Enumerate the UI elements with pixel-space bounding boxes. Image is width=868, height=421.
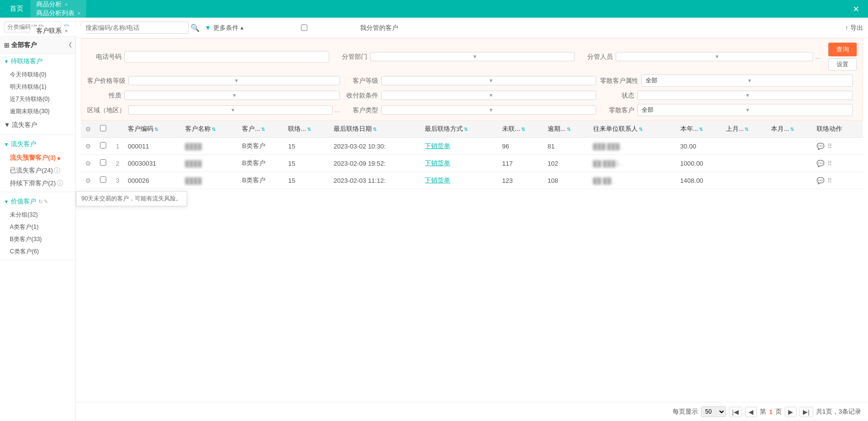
sidebar-item[interactable]: 持续下滑客户(2)ⓘ <box>0 177 75 190</box>
col-header-lastMethod[interactable]: 最后联络方式⇅ <box>422 121 499 138</box>
nav-home[interactable]: 首页 <box>4 0 29 18</box>
action-icon-1[interactable]: 💬 <box>817 143 824 150</box>
filter-select-1-2[interactable]: 全部▼ <box>641 74 853 87</box>
sidebar-item[interactable]: B类客户(33) <box>0 233 75 246</box>
my-customers-checkbox-label[interactable]: 我分管的客户 <box>250 24 398 32</box>
settings-icon[interactable]: ⚙ <box>85 125 91 133</box>
row-checkbox[interactable] <box>100 159 106 166</box>
my-customers-checkbox[interactable] <box>250 25 358 31</box>
last-method-link[interactable]: 下销货单 <box>425 142 450 149</box>
filter-select-1-1[interactable]: ▼ <box>381 76 597 85</box>
filter-select-2-0[interactable]: ▼ <box>124 91 340 100</box>
sort-icon[interactable]: ⇅ <box>639 126 643 132</box>
nav-tab[interactable]: 客户分层经营 × <box>30 18 86 26</box>
col-header-code[interactable]: 客户编码⇅ <box>125 121 182 138</box>
last-method-link[interactable]: 下销货单 <box>425 159 450 167</box>
first-page-button[interactable]: |◀ <box>729 407 742 417</box>
row-checkbox[interactable] <box>100 142 106 149</box>
col-header-thisMonth[interactable]: 本月...⇅ <box>768 121 814 138</box>
col-header-contact[interactable]: 联络...⇅ <box>285 121 331 138</box>
col-header-name[interactable]: 客户名称⇅ <box>182 121 240 138</box>
action-icon-2[interactable]: ⠿ <box>827 143 832 150</box>
last-method-link[interactable]: 下销货单 <box>425 176 450 184</box>
sidebar-item[interactable]: 逾期未联络(30) <box>0 105 75 118</box>
sidebar-item[interactable]: 近7天待联络(0) <box>0 93 75 105</box>
window-close-button[interactable]: ✕ <box>848 4 864 14</box>
sort-icon[interactable]: ⇅ <box>307 126 311 132</box>
filter-select-3-1[interactable]: ▼ <box>381 105 597 115</box>
row-checkbox-cell[interactable] <box>96 172 110 189</box>
sidebar-item[interactable]: 明天待联络(1) <box>0 81 75 93</box>
col-header-type[interactable]: 客户...⇅ <box>239 121 285 138</box>
sidebar-item[interactable]: 已流失客户(24)ⓘ <box>0 164 75 177</box>
sort-icon[interactable]: ⇅ <box>521 126 525 132</box>
sort-icon[interactable]: ⇅ <box>261 126 265 132</box>
edit-icon[interactable]: ✎ <box>44 198 48 205</box>
row-last-method[interactable]: 下销货单 <box>422 138 499 155</box>
sort-icon[interactable]: ⇅ <box>699 126 703 132</box>
table-container[interactable]: ⚙客户编码⇅客户名称⇅客户...⇅联络...⇅最后联络日期⇅最后联络方式⇅未联.… <box>76 121 868 402</box>
row-action[interactable]: 💬 ⠿ <box>814 138 863 155</box>
filter-select-1-0[interactable]: ▼ <box>128 76 340 85</box>
filter-select-0-1[interactable]: ▼ <box>370 52 575 61</box>
filter-input-0-0[interactable] <box>124 51 329 63</box>
sidebar-group-title[interactable]: ▼价值客户↻✎ <box>0 194 75 209</box>
settings-button[interactable]: 设置 <box>828 58 857 71</box>
col-header-lastDate[interactable]: 最后联络日期⇅ <box>331 121 422 138</box>
sidebar-item[interactable]: 流失预警客户(3)● <box>0 151 75 164</box>
nav-tab[interactable]: 商品分析 × <box>30 0 86 9</box>
nav-tab[interactable]: 客户联系 × <box>30 26 86 35</box>
search-button[interactable]: 🔍 <box>191 24 200 32</box>
tab-close-icon[interactable]: × <box>77 10 80 16</box>
refresh-icon[interactable]: ↻ <box>38 198 43 205</box>
sidebar-group-title[interactable]: ▼待联络客户 <box>0 54 75 69</box>
prev-page-button[interactable]: ◀ <box>745 407 757 417</box>
sidebar-item[interactable]: 未分组(32) <box>0 209 75 221</box>
sort-icon[interactable]: ⇅ <box>567 126 571 132</box>
more-icon[interactable]: ... <box>815 53 820 60</box>
sort-icon[interactable]: ⇅ <box>373 126 377 132</box>
action-icon-2[interactable]: ⠿ <box>827 177 832 184</box>
last-page-button[interactable]: ▶| <box>799 407 813 417</box>
per-page-select[interactable]: 50 20 100 <box>701 406 726 417</box>
col-header-contact2[interactable]: 往来单位联系人⇅ <box>590 121 677 138</box>
row-last-method[interactable]: 下销货单 <box>422 172 499 189</box>
export-button[interactable]: ↑ 导出 <box>845 24 864 32</box>
row-settings-icon[interactable]: ⚙ <box>85 160 91 167</box>
nav-tab[interactable]: 商品分析列表 × <box>30 9 86 18</box>
sidebar-subgroup-title[interactable]: ▼ 流失客户 <box>0 118 75 132</box>
col-header-lastMonth[interactable]: 上月...⇅ <box>723 121 769 138</box>
sort-icon[interactable]: ⇅ <box>154 126 158 132</box>
more-conditions-button[interactable]: ▼ 更多条件 ▲ <box>205 24 244 32</box>
tab-close-icon[interactable]: × <box>65 1 68 7</box>
filter-dots-3-0[interactable]: ▼ <box>128 105 333 115</box>
row-settings[interactable]: ⚙ <box>81 138 96 155</box>
search-input[interactable] <box>81 22 189 34</box>
col-header-uncontacted[interactable]: 未联...⇅ <box>499 121 545 138</box>
sidebar-group-title[interactable]: ▼流失客户 <box>0 137 75 151</box>
query-button[interactable]: 查询 <box>828 43 857 56</box>
action-icon-2[interactable]: ⠿ <box>827 160 832 167</box>
filter-select-2-1[interactable]: ▼ <box>381 91 597 100</box>
col-header-thisYear[interactable]: 本年...⇅ <box>677 121 723 138</box>
row-action[interactable]: 💬 ⠿ <box>814 155 863 172</box>
action-icon-1[interactable]: 💬 <box>817 177 824 184</box>
row-settings-icon[interactable]: ⚙ <box>85 177 91 184</box>
sidebar-item[interactable]: C类客户(6) <box>0 246 75 258</box>
sidebar-item[interactable]: A类客户(1) <box>0 221 75 233</box>
tab-close-icon[interactable]: × <box>65 28 68 34</box>
dots-icon[interactable]: ... <box>335 106 340 114</box>
row-settings[interactable]: ⚙ <box>81 172 96 189</box>
all-customers-item[interactable]: ⊞ 全部客户 《 <box>0 37 75 54</box>
tab-close-icon[interactable]: × <box>77 19 80 25</box>
collapse-icon[interactable]: 《 <box>66 41 72 50</box>
filter-select-2-2[interactable]: ▼ <box>637 91 853 100</box>
sidebar-item[interactable]: 今天待联络(0) <box>0 69 75 81</box>
row-settings[interactable]: ⚙ <box>81 155 96 172</box>
sort-icon[interactable]: ⇅ <box>745 126 748 132</box>
row-checkbox-cell[interactable] <box>96 155 110 172</box>
sort-icon[interactable]: ⇅ <box>464 126 468 132</box>
row-checkbox[interactable] <box>100 176 106 183</box>
row-checkbox-cell[interactable] <box>96 138 110 155</box>
sort-icon[interactable]: ⇅ <box>790 126 794 132</box>
